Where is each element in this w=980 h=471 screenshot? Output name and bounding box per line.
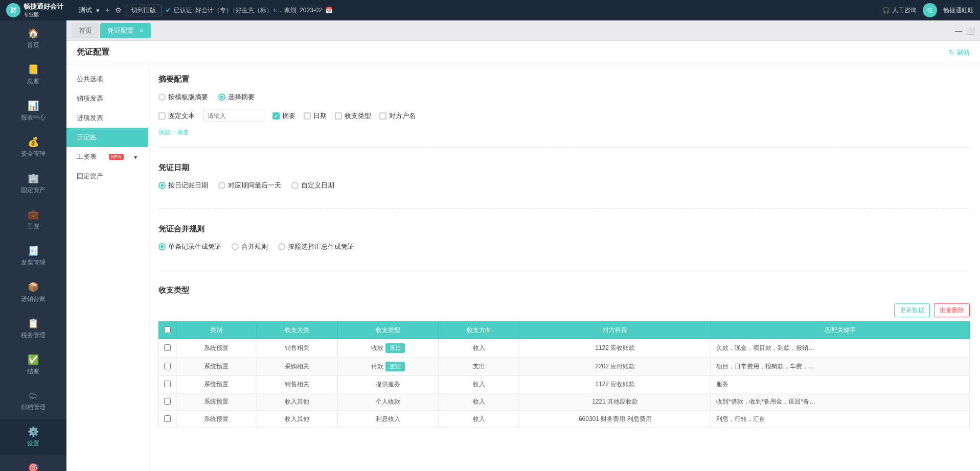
date-title: 凭证日期 [158, 163, 970, 173]
checkbox-row: 固定文本 ✓ 摘要 日期 收支类型 [158, 110, 970, 122]
leftnav-item-fixed-assets[interactable]: 固定资产 [66, 167, 148, 186]
purchase-icon: 📦 [28, 281, 39, 293]
radio-journal-date-circle [158, 182, 166, 189]
td-subject-2: 1122 应收账款 [519, 376, 711, 393]
table-action-row: 更新数据 批量删除 [158, 303, 970, 317]
leftnav-item-public[interactable]: 公共选项 [66, 69, 148, 89]
home-icon: 🏠 [28, 28, 39, 39]
td-major-1: 采购相关 [257, 358, 337, 376]
th-type: 收支类型 [337, 322, 439, 339]
sidebar-item-invoice[interactable]: 🧾 发票管理 [0, 238, 66, 274]
td-keywords-1: 项目，日常费用，报销款，车费，承兑汇票，付款 [711, 358, 970, 376]
income-section: 收支类型 更新数据 批量删除 类别 收支大类 收支类型 收支方向 [158, 286, 970, 438]
page-title: 凭证配置 [77, 47, 109, 58]
radio-custom-date[interactable]: 自定义日期 [291, 181, 334, 190]
sidebar-label-purchase: 进销台账 [21, 295, 45, 303]
tab-home[interactable]: 首页 [72, 23, 99, 38]
checkbox-income-type-box [335, 112, 342, 120]
select-all-checkbox[interactable] [164, 326, 171, 333]
add-icon[interactable]: ＋ [104, 6, 111, 15]
refresh-label: 刷新 [956, 48, 970, 57]
update-data-button[interactable]: 更新数据 [894, 303, 930, 317]
row-checkbox-3[interactable] [164, 398, 171, 405]
sidebar-item-guide[interactable]: 🎯 新手引导 [0, 455, 66, 471]
row-checkbox-4[interactable] [164, 415, 171, 422]
td-category-2: 系统预置 [176, 376, 257, 393]
top-tag-btn-1[interactable]: 置顶 [385, 362, 405, 371]
tab-close-icon[interactable]: ✕ [139, 28, 144, 34]
sidebar-item-ledger[interactable]: 📒 总账 [0, 57, 66, 93]
checkbox-fixed-text[interactable]: 固定文本 [158, 111, 195, 121]
leftnav-item-purchase-invoice[interactable]: 进项发票 [66, 108, 148, 128]
checkbox-income-type[interactable]: 收支类型 [335, 111, 371, 121]
leftnav-item-journal[interactable]: 日记账 [66, 128, 148, 147]
td-type-text-0: 收款 [371, 344, 383, 351]
consulting-btn[interactable]: 🎧 人工咨询 [882, 6, 917, 15]
switch-version-button[interactable]: 切到旧版 [126, 5, 162, 16]
sidebar-item-reports[interactable]: 📊 报表中心 [0, 93, 66, 129]
sidebar-item-settle[interactable]: ✅ 结账 [0, 347, 66, 383]
radio-template[interactable]: 按模板版摘要 [158, 92, 208, 102]
sidebar-item-tax[interactable]: 📋 税务管理 [0, 311, 66, 347]
logo: 财 畅捷通好会计 专业版 [6, 2, 63, 18]
sidebar-label-reports: 报表中心 [21, 113, 45, 122]
radio-select[interactable]: 选择摘要 [218, 92, 255, 102]
sidebar-label-home: 首页 [27, 41, 39, 50]
radio-journal-date[interactable]: 按日记账日期 [158, 181, 208, 190]
maximize-icon[interactable]: ⬜ [966, 27, 975, 35]
income-table: 类别 收支大类 收支类型 收支方向 对方科目 匹配关键字 系统 [158, 321, 970, 428]
sidebar-item-funds[interactable]: 💰 资金管理 [0, 129, 66, 166]
ledger-icon: 📒 [28, 64, 39, 75]
page-header: 凭证配置 ↻ 刷新 [66, 41, 980, 64]
td-category-1: 系统预置 [176, 358, 257, 376]
sidebar-item-purchase[interactable]: 📦 进销台账 [0, 274, 66, 311]
leftnav-item-payroll[interactable]: 工资表 NEW ▾ [66, 147, 148, 167]
sidebar-item-settings[interactable]: ⚙️ 设置 [0, 419, 66, 455]
checkbox-counterpart-name[interactable]: 对方户名 [379, 111, 416, 121]
radio-period-last[interactable]: 对应期间最后一天 [218, 181, 281, 190]
fixed-text-input[interactable] [203, 110, 264, 122]
date-section: 凭证日期 按日记账日期 对应期间最后一天 自定义日期 [158, 163, 970, 209]
th-checkbox[interactable] [159, 322, 176, 339]
page-body: 公共选项 销项发票 进项发票 日记账 工资表 NEW ▾ 固定资产 [66, 64, 980, 471]
batch-delete-button[interactable]: 批量删除 [934, 303, 970, 317]
radio-merge-rules[interactable]: 合并规则 [232, 242, 268, 251]
th-direction: 收支方向 [439, 322, 519, 339]
logo-name: 畅捷通好会计 [24, 2, 63, 11]
sidebar-item-fixed[interactable]: 🏢 固定资产 [0, 166, 66, 202]
settings-icon[interactable]: ⚙ [115, 6, 122, 14]
dropdown-arrow-icon[interactable]: ▾ [96, 7, 100, 14]
tab-voucher-config-label: 凭证配置 [107, 27, 134, 34]
radio-merge-rules-label: 合并规则 [241, 242, 268, 251]
row-checkbox-1[interactable] [164, 363, 171, 369]
sidebar-item-home[interactable]: 🏠 首页 [0, 20, 66, 57]
new-badge: NEW [109, 154, 124, 160]
settle-icon: ✅ [28, 354, 39, 365]
radio-template-circle [158, 93, 166, 101]
td-category-0: 系统预置 [176, 339, 257, 358]
radio-single-record[interactable]: 单条记录生成凭证 [158, 242, 221, 251]
tab-voucher-config[interactable]: 凭证配置 ✕ [100, 23, 151, 38]
td-direction-1: 支出 [439, 358, 519, 376]
top-tag-btn-0[interactable]: 置顶 [385, 343, 405, 353]
checkbox-date[interactable]: 日期 [304, 111, 327, 121]
radio-select-circle [218, 93, 225, 101]
td-direction-4: 收入 [439, 411, 519, 428]
radio-summary-generate[interactable]: 按照选择汇总生成凭证 [278, 242, 354, 251]
sidebar-label-fixed: 固定资产 [21, 186, 45, 195]
calendar-icon[interactable]: 📅 [325, 7, 333, 14]
leftnav-label-purchase-invoice: 进项发票 [77, 113, 103, 123]
refresh-button[interactable]: ↻ 刷新 [949, 48, 970, 57]
main-content: 摘要配置 按模板版摘要 选择摘要 [148, 64, 980, 471]
radio-template-label: 按模板版摘要 [168, 92, 208, 102]
sidebar-item-archive[interactable]: 🗂 归档管理 [0, 383, 66, 419]
leftnav-item-sales-invoice[interactable]: 销项发票 [66, 89, 148, 108]
sidebar-item-salary[interactable]: 💼 工资 [0, 202, 66, 238]
row-checkbox-0[interactable] [164, 344, 171, 351]
minimize-icon[interactable]: — [955, 27, 962, 35]
tab-bar: 首页 凭证配置 ✕ — ⬜ [66, 20, 980, 41]
checkbox-summary[interactable]: ✓ 摘要 [272, 111, 295, 121]
avatar[interactable]: 旺 [923, 3, 937, 17]
period-value: 2023-02 [300, 7, 322, 14]
row-checkbox-2[interactable] [164, 381, 171, 387]
